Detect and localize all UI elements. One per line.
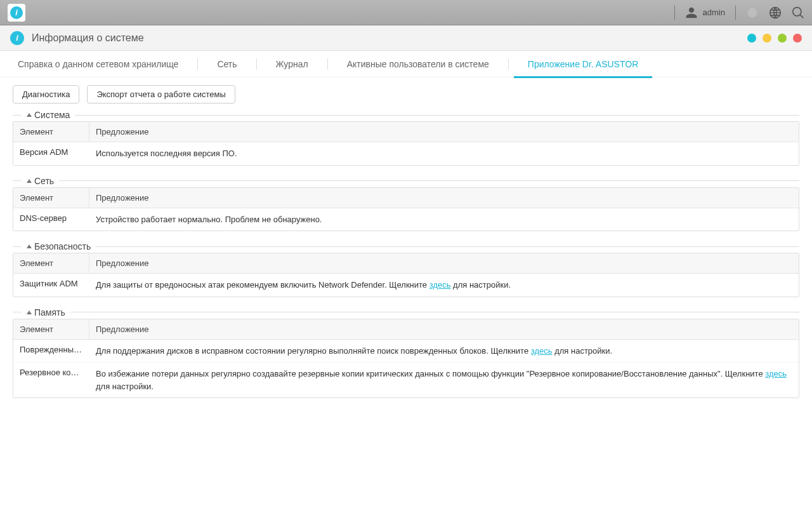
globe-icon[interactable] [769, 6, 782, 19]
section-storage-toggle[interactable]: Память [27, 307, 65, 318]
tabs-bar: Справка о данном сетевом хранилище Сеть … [0, 51, 812, 77]
section-title-label: Память [34, 307, 65, 318]
window-title: Информация о системе [32, 32, 144, 44]
section-title-label: Система [34, 110, 70, 120]
section-system: Система Элемент Предложение Версия ADM И… [13, 110, 799, 166]
row-suggestion: Для защиты от вредоносных атак рекоменду… [89, 274, 799, 297]
separator [674, 6, 675, 20]
system-taskbar: i admin [0, 0, 812, 25]
window-control-close[interactable] [793, 34, 802, 43]
row-element: Защитник ADM [13, 274, 89, 297]
diagnostics-button[interactable]: Диагностика [13, 85, 79, 104]
section-system-toggle[interactable]: Система [27, 110, 70, 120]
table-row: Защитник ADM Для защиты от вредоносных а… [13, 274, 799, 297]
username-label: admin [703, 8, 725, 17]
table-row: DNS-сервер Устройство работает нормально… [13, 208, 799, 231]
column-suggestion-header[interactable]: Предложение [89, 122, 799, 142]
row-element: DNS-сервер [13, 208, 89, 231]
notification-icon[interactable] [746, 6, 759, 19]
settings-link[interactable]: здесь [429, 280, 451, 290]
table-row: Версия ADM Используется последняя версия… [13, 142, 799, 165]
row-element: Резервное копир... [13, 363, 89, 398]
section-network: Сеть Элемент Предложение DNS-сервер Устр… [13, 176, 799, 232]
settings-link[interactable]: здесь [531, 346, 553, 356]
row-suggestion: Во избежание потери данных регулярно соз… [89, 363, 799, 398]
row-suggestion: Используется последняя версия ПО. [89, 142, 799, 165]
column-suggestion-header[interactable]: Предложение [89, 253, 799, 273]
chevron-up-icon [27, 244, 32, 248]
search-icon[interactable] [792, 6, 804, 19]
taskbar-app-icon[interactable]: i [8, 4, 25, 22]
section-title-label: Сеть [34, 176, 54, 186]
tab-active-users[interactable]: Активные пользователи в системе [342, 51, 494, 77]
column-element-header[interactable]: Элемент [13, 188, 89, 208]
row-element: Поврежденный б... [13, 340, 89, 363]
column-element-header[interactable]: Элемент [13, 319, 89, 339]
window-control-help[interactable] [747, 34, 756, 43]
section-title-label: Безопасность [34, 241, 91, 251]
window-app-icon: i [10, 31, 24, 45]
tab-network[interactable]: Сеть [212, 51, 242, 77]
column-suggestion-header[interactable]: Предложение [89, 319, 799, 339]
window-control-maximize[interactable] [778, 34, 787, 43]
settings-link[interactable]: здесь [765, 369, 787, 378]
column-suggestion-header[interactable]: Предложение [89, 188, 799, 208]
user-icon [685, 6, 698, 19]
window-header: i Информация о системе [0, 25, 812, 51]
tab-about[interactable]: Справка о данном сетевом хранилище [13, 51, 183, 77]
section-security-toggle[interactable]: Безопасность [27, 241, 91, 251]
export-report-button[interactable]: Экспорт отчета о работе системы [87, 85, 235, 104]
separator [735, 6, 736, 20]
section-security: Безопасность Элемент Предложение Защитни… [13, 241, 799, 297]
chevron-up-icon [27, 113, 32, 117]
tab-log[interactable]: Журнал [271, 51, 313, 77]
row-suggestion: Для поддержания дисков в исправном состо… [89, 340, 799, 363]
content-area: Диагностика Экспорт отчета о работе сист… [0, 77, 812, 416]
column-element-header[interactable]: Элемент [13, 122, 89, 142]
user-menu[interactable]: admin [685, 6, 725, 19]
svg-point-0 [748, 8, 757, 17]
row-suggestion: Устройство работает нормально. Проблем н… [89, 208, 799, 231]
section-storage: Память Элемент Предложение Поврежденный … [13, 307, 799, 399]
chevron-up-icon [27, 311, 32, 314]
section-network-toggle[interactable]: Сеть [27, 176, 54, 186]
table-row: Резервное копир... Во избежание потери д… [13, 363, 799, 398]
chevron-up-icon [27, 179, 32, 183]
row-element: Версия ADM [13, 142, 89, 165]
tab-dr-asustor[interactable]: Приложение Dr. ASUSTOR [523, 51, 643, 77]
window-control-minimize[interactable] [763, 34, 771, 43]
column-element-header[interactable]: Элемент [13, 253, 89, 273]
table-row: Поврежденный б... Для поддержания дисков… [13, 340, 799, 363]
